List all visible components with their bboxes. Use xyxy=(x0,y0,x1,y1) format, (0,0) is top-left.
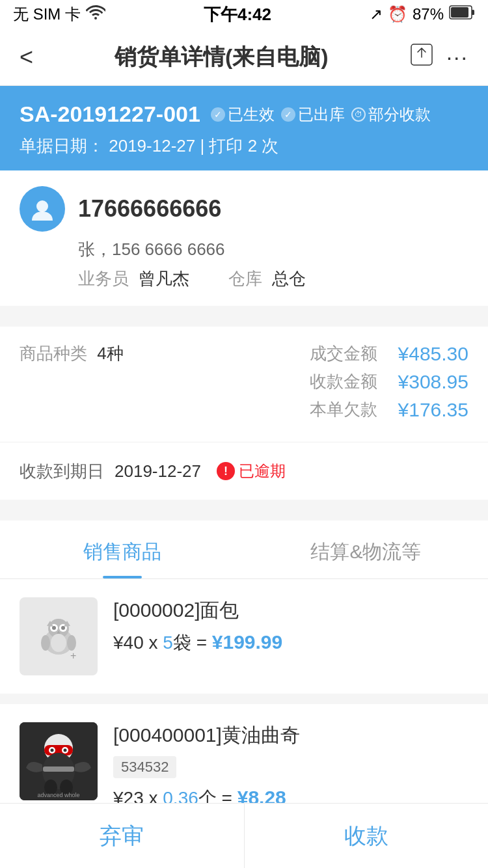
deal-amount-row: 成交金额 ¥485.30 xyxy=(310,342,468,365)
order-date-value: 2019-12-27 xyxy=(109,136,195,156)
page-title: 销货单详情(来自电脑) xyxy=(115,42,329,72)
svg-point-24 xyxy=(64,749,67,752)
svg-text:advanced whole: advanced whole xyxy=(37,792,79,798)
location-icon: ↗ xyxy=(370,5,383,23)
svg-rect-2 xyxy=(451,7,468,18)
bottom-bar: 弃审 收款 xyxy=(0,803,488,868)
summary-section: 商品种类 4种 成交金额 ¥485.30 收款金额 ¥308.95 本单欠款 ¥… xyxy=(0,327,488,442)
product-name-2: [000400001]黄油曲奇 xyxy=(113,722,468,749)
product-info-1: [0000002]面包 ¥40 x 5袋 = ¥199.99 xyxy=(113,597,468,655)
outstanding-row: 本单欠款 ¥176.35 xyxy=(310,398,468,421)
product-thumb-1: + xyxy=(20,597,98,675)
badge-shipped: ✓ 已出库 xyxy=(281,104,345,125)
battery-icon xyxy=(449,5,475,23)
customer-info: 张，156 6666 6666 xyxy=(78,238,468,261)
clock-icon: ⏱ xyxy=(351,107,366,122)
badge-partial: ⏱ 部分收款 xyxy=(351,104,431,125)
received-value: ¥308.95 xyxy=(390,371,468,393)
divider-2 xyxy=(0,500,488,510)
tab-sales-products-label: 销售商品 xyxy=(83,541,161,562)
tab-sales-products[interactable]: 销售商品 xyxy=(0,521,244,578)
due-date: 2019-12-27 xyxy=(115,461,201,481)
svg-point-10 xyxy=(61,626,65,630)
order-date: 单据日期： 2019-12-27 | 打印 2 次 xyxy=(20,135,468,157)
product-price-1: ¥40 x 5袋 = ¥199.99 xyxy=(113,631,468,655)
cancel-review-button[interactable]: 弃审 xyxy=(0,804,245,868)
product-qty-1: 5 xyxy=(163,632,173,653)
wifi-icon xyxy=(86,5,105,23)
customer-phone: 17666666666 xyxy=(78,195,221,223)
warehouse-info: 仓库 总仓 xyxy=(228,267,306,290)
product-total-1: ¥199.99 xyxy=(212,631,282,653)
summary-left: 商品种类 4种 xyxy=(20,342,124,365)
product-types-value: 4种 xyxy=(97,344,123,363)
warehouse-value: 总仓 xyxy=(272,269,306,288)
divider-1 xyxy=(0,316,488,327)
overdue-label: 已逾期 xyxy=(239,461,286,481)
customer-meta: 业务员 曾凡杰 仓库 总仓 xyxy=(78,267,468,290)
product-name-1: [0000002]面包 xyxy=(113,597,468,624)
check-icon-active: ✓ xyxy=(211,107,225,122)
carrier-text: 无 SIM 卡 xyxy=(13,4,81,25)
product-id-1: [0000002] xyxy=(113,599,200,621)
status-badges: ✓ 已生效 ✓ 已出库 ⏱ 部分收款 xyxy=(211,104,431,125)
salesperson-label: 业务员 xyxy=(78,269,129,288)
overdue-icon: ! xyxy=(217,462,235,480)
list-item: + [0000002]面包 ¥40 x 5袋 = ¥199.99 xyxy=(0,579,488,694)
avatar xyxy=(20,186,65,232)
tabs-section: 销售商品 结算&物流等 xyxy=(0,521,488,579)
salesperson-info: 业务员 曾凡杰 xyxy=(78,267,189,290)
summary-right: 成交金额 ¥485.30 收款金额 ¥308.95 本单欠款 ¥176.35 xyxy=(310,342,468,426)
back-button[interactable]: < xyxy=(20,44,33,71)
outstanding-value: ¥176.35 xyxy=(390,399,468,421)
product-tag-2: 534532 xyxy=(113,756,176,778)
nav-actions: ··· xyxy=(410,43,468,71)
order-date-label: 单据日期： xyxy=(20,136,104,156)
product-types-label: 商品种类 xyxy=(20,344,87,363)
tab-settlement[interactable]: 结算&物流等 xyxy=(244,521,488,578)
deal-amount-value: ¥485.30 xyxy=(390,343,468,365)
badge-shipped-label: 已出库 xyxy=(298,104,345,125)
battery-text: 87% xyxy=(413,5,444,23)
status-time: 下午4:42 xyxy=(204,3,271,26)
order-print-label: | 打印 2 次 xyxy=(200,136,278,156)
order-header: SA-20191227-001 ✓ 已生效 ✓ 已出库 ⏱ 部分收款 单据日期：… xyxy=(0,86,488,170)
badge-active: ✓ 已生效 xyxy=(211,104,275,125)
product-list: + [0000002]面包 ¥40 x 5袋 = ¥199.99 xyxy=(0,579,488,829)
product-image-placeholder-1: + xyxy=(20,597,98,675)
svg-point-9 xyxy=(52,626,56,630)
status-right: ↗ ⏰ 87% xyxy=(370,5,475,23)
warehouse-label: 仓库 xyxy=(228,269,262,288)
outstanding-label: 本单欠款 xyxy=(310,398,377,421)
svg-point-15 xyxy=(67,635,76,651)
received-row: 收款金额 ¥308.95 xyxy=(310,370,468,393)
alarm-icon: ⏰ xyxy=(388,5,407,23)
svg-point-14 xyxy=(41,635,50,651)
summary-row: 商品种类 4种 成交金额 ¥485.30 收款金额 ¥308.95 本单欠款 ¥… xyxy=(20,342,468,426)
svg-rect-1 xyxy=(472,10,474,15)
nav-bar: < 销货单详情(来自电脑) ··· xyxy=(0,29,488,86)
collect-label: 收款 xyxy=(344,821,388,851)
more-button[interactable]: ··· xyxy=(446,44,468,70)
svg-point-4 xyxy=(36,200,48,212)
status-bar: 无 SIM 卡 下午4:42 ↗ ⏰ 87% xyxy=(0,0,488,29)
due-label: 收款到期日 xyxy=(20,460,104,483)
svg-rect-28 xyxy=(43,766,74,772)
badge-active-label: 已生效 xyxy=(228,104,275,125)
collect-button[interactable]: 收款 xyxy=(245,804,489,868)
svg-point-23 xyxy=(51,749,54,752)
due-section: 收款到期日 2019-12-27 ! 已逾期 xyxy=(0,442,488,500)
cancel-review-label: 弃审 xyxy=(100,821,144,851)
status-left: 无 SIM 卡 xyxy=(13,4,105,25)
order-id: SA-20191227-001 xyxy=(20,102,200,127)
share-button[interactable] xyxy=(410,43,433,71)
tab-settlement-label: 结算&物流等 xyxy=(310,541,421,562)
salesperson-value: 曾凡杰 xyxy=(139,269,189,288)
svg-point-16 xyxy=(51,634,66,652)
badge-partial-label: 部分收款 xyxy=(368,104,431,125)
check-icon-shipped: ✓ xyxy=(281,107,295,122)
tabs-row: 销售商品 结算&物流等 xyxy=(0,521,488,578)
product-thumb-2: advanced whole xyxy=(20,722,98,800)
svg-text:+: + xyxy=(70,650,76,661)
deal-amount-label: 成交金额 xyxy=(310,342,377,365)
